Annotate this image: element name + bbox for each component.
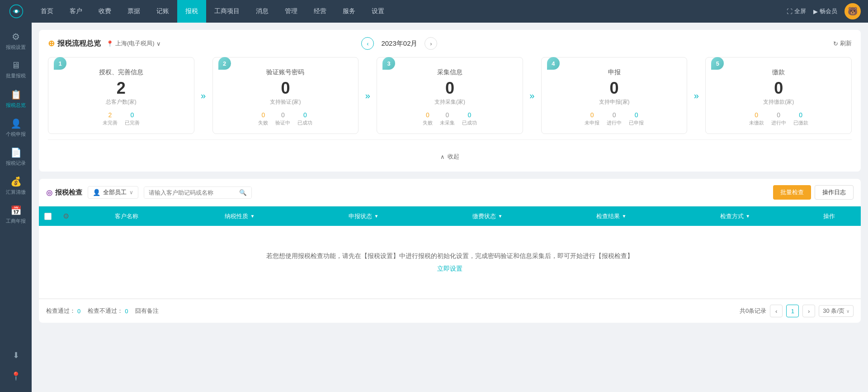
step-5-stat-0[interactable]: 0 未缴款 <box>749 111 764 126</box>
step-5-count: 0 <box>774 80 783 96</box>
step-1-title: 授权、完善信息 <box>99 68 143 76</box>
current-page[interactable]: 1 <box>786 305 799 317</box>
step-3-stat-2[interactable]: 0 已成功 <box>462 111 477 126</box>
nav-operate[interactable]: 经营 <box>306 0 335 23</box>
batch-check-button[interactable]: 批量检查 <box>773 185 811 200</box>
step-1-stat-0[interactable]: 2 未完善 <box>103 111 118 126</box>
tax-type-header[interactable]: 纳税性质 ▼ <box>225 212 255 220</box>
personal-tax-icon: 👤 <box>10 118 22 129</box>
overview-card: ⊕ 报税流程总览 📍 上海(电子税局) ∨ ‹ 2023年02月 › ↻ 刷新 <box>39 30 861 172</box>
nav-tax[interactable]: 报税 <box>177 0 206 23</box>
sidebar-download-button[interactable]: ⬇ <box>9 347 23 364</box>
sidebar-item-annual-report[interactable]: 📅 工商年报 <box>0 200 32 229</box>
search-button[interactable]: 🔍 <box>235 187 251 198</box>
nav-account[interactable]: 记账 <box>148 0 177 23</box>
step-3-stat-1[interactable]: 0 未采集 <box>440 111 455 126</box>
pay-status-header[interactable]: 缴费状态 ▼ <box>472 212 502 220</box>
sidebar-location-button[interactable]: 📍 <box>7 368 24 385</box>
sidebar-item-batch-tax[interactable]: 🖥 批量报税 <box>0 55 32 84</box>
nav-home[interactable]: 首页 <box>33 0 61 23</box>
step-4-stat-0-val: 0 <box>590 111 594 119</box>
next-month-button[interactable]: › <box>425 37 437 50</box>
nav-invoice[interactable]: 票据 <box>119 0 148 23</box>
sidebar-item-tax-overview[interactable]: 📋 报税总览 <box>0 84 32 113</box>
refresh-button[interactable]: ↻ 刷新 <box>833 39 852 48</box>
operation-log-button[interactable]: 操作日志 <box>815 185 854 200</box>
staff-filter-icon: 👤 <box>93 189 100 196</box>
step-1-stat-1-label: 已完善 <box>125 120 140 126</box>
step-1-stat-1[interactable]: 0 已完善 <box>125 111 140 126</box>
staff-filter-dropdown[interactable]: 👤 全部员工 ∨ <box>88 186 138 199</box>
step-1-subtitle: 总客户数(家) <box>106 98 137 106</box>
step-3-num: 3 <box>382 57 395 70</box>
sidebar-label-tax-settings: 报税设置 <box>6 44 26 50</box>
th-checkbox <box>39 206 57 226</box>
step-5-stat-1[interactable]: 0 进行中 <box>771 111 786 126</box>
nav-settings[interactable]: 设置 <box>363 0 392 23</box>
step-5-stat-2[interactable]: 0 已缴款 <box>793 111 808 126</box>
next-page-button[interactable]: › <box>802 305 815 317</box>
sidebar-item-settlement[interactable]: 💰 汇算清缴 <box>0 171 32 200</box>
step-2-stat-1-label: 验证中 <box>275 120 290 126</box>
step-4-stat-0[interactable]: 0 未申报 <box>585 111 599 126</box>
month-navigation: ‹ 2023年02月 › <box>361 37 437 50</box>
sidebar-item-personal-tax[interactable]: 👤 个税申报 <box>0 113 32 142</box>
sidebar-item-tax-settings[interactable]: ⚙ 报税设置 <box>0 26 32 55</box>
step-5-stat-2-label: 已缴款 <box>793 120 808 126</box>
sidebar-label-tax-record: 报税记录 <box>6 160 26 166</box>
declare-status-header[interactable]: 申报状态 ▼ <box>349 212 378 220</box>
step-5-stat-1-label: 进行中 <box>771 120 786 126</box>
step-2-stat-2-label: 已成功 <box>297 120 312 126</box>
step-1-stat-1-val: 0 <box>130 111 134 119</box>
sidebar-label-settlement: 汇算清缴 <box>6 189 26 195</box>
step-5-stat-1-val: 0 <box>777 111 780 119</box>
nav-manage[interactable]: 管理 <box>277 0 306 23</box>
sidebar-item-tax-record[interactable]: 📄 报税记录 <box>0 142 32 171</box>
step-2-stat-1[interactable]: 0 验证中 <box>275 111 290 126</box>
setup-link[interactable]: 立即设置 <box>437 265 462 272</box>
location-badge[interactable]: 📍 上海(电子税局) ∨ <box>106 39 161 48</box>
fail-value[interactable]: 0 <box>125 308 128 315</box>
tax-settings-icon: ⚙ <box>12 31 20 42</box>
staff-filter-label: 全部员工 <box>103 188 127 196</box>
prev-page-button[interactable]: ‹ <box>770 305 783 317</box>
nav-fee[interactable]: 收费 <box>90 0 119 23</box>
step-2-card: 2 验证账号密码 0 支持验证(家) 0 失败 0 验证中 <box>212 57 359 134</box>
step-2-stat-2[interactable]: 0 已成功 <box>297 111 312 126</box>
pagination: 共0条记录 ‹ 1 › 30 条/页 ∨ <box>740 305 854 317</box>
column-settings-icon[interactable]: ⚙ <box>63 212 69 220</box>
step-arrow-3: » <box>523 57 541 134</box>
pass-value[interactable]: 0 <box>77 308 80 315</box>
collapse-button[interactable]: ∧ 收起 <box>48 149 852 164</box>
avatar[interactable]: 🐻 <box>844 3 861 19</box>
check-method-header[interactable]: 检查方式 ▼ <box>720 212 750 220</box>
location-icon: 📍 <box>106 40 113 47</box>
tax-check-title-text: 报税检查 <box>55 188 82 197</box>
prev-month-button[interactable]: ‹ <box>361 37 374 50</box>
app-logo <box>7 2 25 20</box>
per-page-selector[interactable]: 30 条/页 ∨ <box>819 305 854 317</box>
fullscreen-button[interactable]: ⛶ 全屏 <box>787 7 806 15</box>
step-4-stat-1[interactable]: 0 进行中 <box>607 111 622 126</box>
step-2-stats: 0 失败 0 验证中 0 已成功 <box>258 111 312 126</box>
header-actions: 批量检查 操作日志 <box>773 185 854 200</box>
nav-service[interactable]: 服务 <box>335 0 363 23</box>
vip-button[interactable]: ▶ 畅会员 <box>813 7 837 15</box>
select-all-checkbox[interactable] <box>44 213 52 220</box>
sidebar: ⚙ 报税设置 🖥 批量报税 📋 报税总览 👤 个税申报 📄 报税记录 💰 汇算清… <box>0 23 32 392</box>
search-input[interactable] <box>144 187 235 198</box>
step-3-stat-0[interactable]: 0 失败 <box>423 111 433 126</box>
nav-client[interactable]: 客户 <box>61 0 90 23</box>
empty-state-cell: 若您想使用报税检查功能，请先在【报税设置】中进行报税的初始化设置，完成密码验证和… <box>39 226 861 299</box>
svg-point-1 <box>15 10 18 13</box>
step-2-subtitle: 支持验证(家) <box>270 98 301 106</box>
tax-overview-icon: 📋 <box>10 89 22 100</box>
step-4-stat-2[interactable]: 0 已申报 <box>629 111 644 126</box>
content-area: ⊕ 报税流程总览 📍 上海(电子税局) ∨ ‹ 2023年02月 › ↻ 刷新 <box>32 23 868 392</box>
check-result-header[interactable]: 检查结果 ▼ <box>596 212 626 220</box>
step-2-stat-0[interactable]: 0 失败 <box>258 111 268 126</box>
nav-message[interactable]: 消息 <box>248 0 277 23</box>
step-5-title: 缴款 <box>772 68 785 76</box>
nav-business[interactable]: 工商项目 <box>206 0 248 23</box>
settlement-icon: 💰 <box>10 176 22 187</box>
